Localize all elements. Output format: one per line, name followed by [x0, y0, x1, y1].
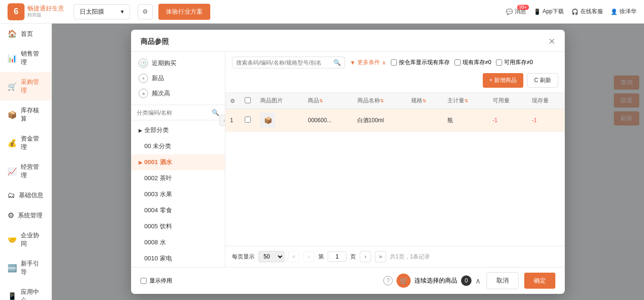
per-page-label: 每页显示: [232, 253, 255, 261]
nonzero-filter[interactable]: 现有库存≠0: [454, 58, 491, 67]
sidebar-item-guide[interactable]: 🆕 新手引导: [0, 254, 51, 282]
row-image: 📦: [256, 109, 303, 132]
sidebar-item-apps[interactable]: 📱 应用中心: [0, 282, 51, 300]
cat-item-fruit[interactable]: 0003 水果: [131, 186, 225, 202]
product-table-wrap: ⚙ 商品图片 商品⇅: [225, 93, 565, 246]
available-filter[interactable]: 可用库存≠0: [496, 58, 533, 67]
cart-button[interactable]: 🛒: [396, 274, 411, 288]
per-page-select[interactable]: 50 10 20 100: [258, 251, 284, 262]
trial-button[interactable]: 体验行业方案: [158, 4, 210, 20]
cat-item-appliance[interactable]: 0010 家电: [131, 250, 225, 267]
sidebar-item-finance[interactable]: 💰 资金管理: [0, 129, 51, 157]
sidebar-label-home: 首页: [21, 30, 33, 38]
sidebar-label-sales: 销售管理: [21, 50, 44, 67]
page-number-input[interactable]: [328, 251, 347, 262]
available-checkbox[interactable]: [496, 59, 502, 66]
sidebar-item-business[interactable]: 📈 经营管理: [0, 157, 51, 185]
online-service-item[interactable]: 🎧 在线客服: [571, 8, 603, 16]
show-disabled-checkbox[interactable]: [140, 278, 147, 284]
row-checkbox[interactable]: [240, 109, 256, 132]
app-download-label: App下载: [543, 8, 564, 16]
next-page-btn[interactable]: ›: [360, 251, 371, 262]
sidebar-label-purchase: 采购管理: [21, 78, 44, 95]
message-icon: 💬: [506, 8, 513, 15]
first-page-btn[interactable]: «: [288, 251, 299, 262]
col-spec[interactable]: 规格⇅: [406, 93, 443, 109]
col-checkbox[interactable]: [240, 93, 256, 109]
row-select-checkbox[interactable]: [245, 117, 251, 123]
quick-frequent[interactable]: ★ 频次高: [131, 86, 225, 101]
sidebar-item-purchase[interactable]: 🛒 采购管理: [0, 72, 51, 100]
row-unit: 瓶: [443, 109, 487, 132]
settings-icon[interactable]: ⚙: [138, 4, 153, 19]
table-row[interactable]: 1 📦 000600... 白酒100ml 瓶: [225, 109, 565, 132]
show-disabled-label[interactable]: 显示停用: [140, 277, 172, 285]
user-item[interactable]: 👤 徐泽华: [611, 8, 636, 16]
headset-icon: 🎧: [571, 8, 578, 15]
col-stock: 现存量: [527, 93, 565, 109]
filter-more-btn[interactable]: ▼ 更多条件 ∧: [350, 58, 386, 67]
prev-page-btn[interactable]: ‹: [303, 251, 314, 262]
modal-close-button[interactable]: ✕: [548, 36, 555, 47]
warehouse-checkbox[interactable]: [391, 59, 397, 66]
logo-sub: 精简版: [27, 12, 64, 18]
warehouse-filter[interactable]: 按仓库显示现有库存: [391, 58, 450, 67]
cat-collapse-button[interactable]: «: [219, 115, 225, 126]
main-layout: 🏠 首页 📊 销售管理 🛒 采购管理 📦 库存核算 💰 资金管理 📈 经营管理 …: [0, 24, 644, 300]
avatar: 👤: [611, 8, 618, 15]
sidebar-item-home[interactable]: 🏠 首页: [0, 24, 51, 44]
cat-item-beverage[interactable]: 0005 饮料: [131, 218, 225, 234]
select-all-checkbox[interactable]: [245, 97, 251, 103]
sidebar-item-sales[interactable]: 📊 销售管理: [0, 44, 51, 72]
cat-item-uncategorized[interactable]: 00 未分类: [131, 138, 225, 154]
col-image-label: 商品图片: [260, 97, 283, 104]
product-search-input[interactable]: [236, 59, 330, 66]
nonzero-filter-label: 现有库存≠0: [462, 58, 491, 67]
refresh-button[interactable]: C 刷新: [527, 73, 558, 88]
message-item[interactable]: 💬 消息 99+: [506, 8, 526, 16]
collapse-cart-icon[interactable]: ∧: [475, 276, 481, 285]
sidebar-item-system[interactable]: ⚙ 系统管理: [0, 205, 51, 225]
sidebar-item-basic[interactable]: 🗂 基础信息: [0, 185, 51, 205]
confirm-button[interactable]: 确定: [524, 273, 555, 289]
sidebar-item-inventory[interactable]: 📦 库存核算: [0, 100, 51, 129]
quick-new[interactable]: ✦ 新品: [131, 71, 225, 86]
message-badge: 99+: [517, 5, 529, 10]
cat-search-input[interactable]: [137, 109, 209, 116]
nonzero-checkbox[interactable]: [454, 59, 461, 66]
col-code[interactable]: 商品⇅: [303, 93, 352, 109]
cat-expand-icon: ▶: [139, 128, 142, 133]
cat-item-water[interactable]: 0008 水: [131, 234, 225, 250]
product-panel: 🔍 ▼ 更多条件 ∧ 按仓库显示现有库存: [225, 52, 565, 267]
col-settings[interactable]: ⚙: [225, 93, 240, 109]
sidebar-label-apps: 应用中心: [21, 288, 44, 300]
filter-icon: ▼: [350, 59, 355, 66]
add-product-button[interactable]: + 新增商品: [483, 73, 523, 88]
cancel-button[interactable]: 取消: [487, 272, 519, 289]
company-selector[interactable]: 日太阳膜 ▾: [74, 4, 130, 19]
show-disabled-text: 显示停用: [149, 277, 172, 285]
cat-item-tea[interactable]: 0002 茶叶: [131, 170, 225, 186]
app-download-item[interactable]: 📱 App下载: [534, 8, 564, 16]
col-name[interactable]: 商品名称⇅: [353, 93, 406, 109]
col-unit[interactable]: 主计量⇅: [443, 93, 487, 109]
cat-item-all[interactable]: ▶ 全部分类: [131, 122, 225, 138]
inventory-icon: 📦: [8, 110, 17, 119]
quick-recent[interactable]: 🕐 近期购买: [131, 56, 225, 71]
row-name: 白酒100ml: [353, 109, 406, 132]
sidebar-label-business: 经营管理: [21, 163, 44, 180]
help-icon[interactable]: ?: [383, 276, 393, 285]
cat-label-uncategorized: 00 未分类: [139, 142, 171, 150]
finance-icon: 💰: [8, 139, 17, 148]
basic-icon: 🗂: [8, 191, 15, 200]
star-icon: ★: [139, 89, 148, 98]
username-label: 徐泽华: [619, 8, 636, 16]
page-unit: 页: [350, 253, 356, 261]
cat-item-snack[interactable]: 0004 零食: [131, 202, 225, 218]
last-page-btn[interactable]: »: [375, 251, 386, 262]
sidebar-item-collab[interactable]: 🤝 企业协同: [0, 225, 51, 254]
row-spec: [406, 109, 443, 132]
product-search-box: 🔍: [232, 57, 345, 68]
system-icon: ⚙: [8, 211, 14, 220]
cat-item-liquor[interactable]: ▶ 0001 酒水: [131, 154, 225, 170]
